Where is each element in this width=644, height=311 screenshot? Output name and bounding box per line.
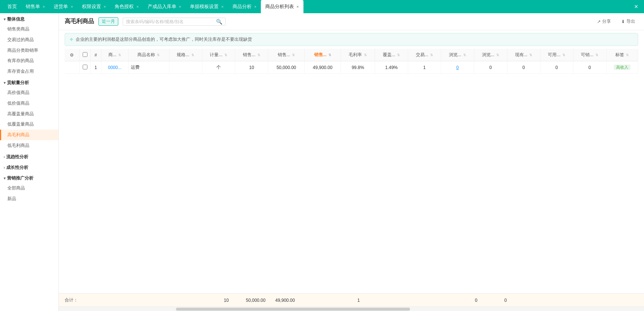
content-area: 高毛利商品 近一月 🔍 ↗ 分享 ⬇ 导出 ✧ 企业的主要的利润都是这部分商品创… xyxy=(59,13,644,311)
cell-checkbox xyxy=(79,61,90,74)
info-icon: ✧ xyxy=(69,37,73,42)
sidebar-section-trend[interactable]: › 流趋性分析 xyxy=(0,151,58,162)
cell-code[interactable]: 0000... xyxy=(101,61,128,74)
cell-unit: 个 xyxy=(202,61,235,74)
col-num: # xyxy=(90,49,101,61)
sidebar-toggle[interactable]: « xyxy=(58,155,59,170)
sort-tag: ⇅ xyxy=(626,53,629,57)
footer-sales-qty: 10 xyxy=(212,298,241,303)
sidebar-item-low-margin[interactable]: 低毛利商品 xyxy=(0,140,58,151)
select-all-checkbox[interactable] xyxy=(83,52,87,57)
page-title: 高毛利商品 xyxy=(65,18,94,25)
sidebar-item-all-goods[interactable]: 全部商品 xyxy=(0,183,58,194)
col-current[interactable]: 现有... ⇅ xyxy=(507,49,540,61)
sort-gross-rate: ⇅ xyxy=(364,53,367,57)
nav-template-settings[interactable]: 单据模板设置 × xyxy=(186,0,228,13)
sidebar-item-category-rate[interactable]: 商品分类助销率 xyxy=(0,45,58,56)
col-name[interactable]: 商品名称 ⇅ xyxy=(128,49,169,61)
cell-gross-rate: 99.8% xyxy=(341,61,375,74)
col-checkbox xyxy=(79,49,90,61)
close-permissions[interactable]: × xyxy=(104,0,106,13)
horizontal-scrollbar[interactable] xyxy=(59,307,644,311)
col-spec[interactable]: 规格... ⇅ xyxy=(169,49,202,61)
cell-browse1[interactable]: 0 xyxy=(441,61,474,74)
search-input[interactable] xyxy=(126,19,215,24)
sidebar-item-stock-capital[interactable]: 库存资金占用 xyxy=(0,66,58,77)
nav-product-analysis-list[interactable]: 商品分析列表 × xyxy=(261,0,303,13)
footer-columns: 10 50,000.00 49,900.00 1 0 0 xyxy=(109,298,638,303)
cell-sales-cost: 49,900.00 xyxy=(305,61,341,74)
nav-sales-order[interactable]: 销售单 × xyxy=(21,0,49,13)
sort-coverage: ⇅ xyxy=(397,53,400,57)
cell-available: 0 xyxy=(540,61,573,74)
nav-product-inbound[interactable]: 产成品入库单 × xyxy=(143,0,186,13)
section-arrow-marketing: ▾ xyxy=(4,176,6,180)
close-roles[interactable]: × xyxy=(136,0,138,13)
col-trans[interactable]: 交易... ⇅ xyxy=(408,49,441,61)
col-gross-rate[interactable]: 毛利率 ⇅ xyxy=(341,49,375,61)
nav-home[interactable]: 首页 xyxy=(3,0,21,13)
sidebar-section-marketing[interactable]: ▾ 营销推广分析 xyxy=(0,172,58,183)
share-icon: ↗ xyxy=(597,19,601,24)
footer-current: 0 xyxy=(461,298,491,303)
col-coverage[interactable]: 覆盖... ⇅ xyxy=(375,49,408,61)
sidebar-item-new-goods[interactable]: 新品 xyxy=(0,194,58,204)
footer-available: 0 xyxy=(491,298,520,303)
close-sales-order[interactable]: × xyxy=(43,0,45,13)
sidebar-section-overview[interactable]: ▾ 整体信息 xyxy=(0,13,58,24)
sort-browse2: ⇅ xyxy=(496,53,499,57)
nav-roles[interactable]: 角色授权 × xyxy=(110,0,143,13)
sidebar-item-low-coverage[interactable]: 低覆盖量商品 xyxy=(0,119,58,130)
sidebar-item-traded-goods[interactable]: 交易过的商品 xyxy=(0,35,58,45)
window-close-button[interactable]: × xyxy=(631,3,641,11)
row-checkbox[interactable] xyxy=(83,65,87,69)
nav-purchase-order[interactable]: 进货单 × xyxy=(49,0,77,13)
main-layout: « ▾ 整体信息 销售类商品 交易过的商品 商品分类助销率 有库存的商品 库存资… xyxy=(0,13,644,311)
footer-sales-amt: 50,000.00 xyxy=(241,298,270,303)
col-unit[interactable]: 计量... ⇅ xyxy=(202,49,235,61)
cell-name[interactable]: 运费 xyxy=(128,61,169,74)
cell-spec xyxy=(169,61,202,74)
sidebar-item-low-value[interactable]: 低价值商品 xyxy=(0,98,58,109)
col-sales-amt[interactable]: 销售... ⇅ xyxy=(268,49,305,61)
close-purchase-order[interactable]: × xyxy=(71,0,73,13)
total-label: 合计： xyxy=(65,297,109,303)
sidebar-section-contribution[interactable]: ▾ 贡献量分析 xyxy=(0,77,58,87)
close-product-analysis-list[interactable]: × xyxy=(296,0,299,13)
nav-permissions[interactable]: 权限设置 × xyxy=(78,0,110,13)
export-button[interactable]: ⬇ 导出 xyxy=(618,17,638,26)
footer-sales-cost: 49,900.00 xyxy=(270,298,300,303)
data-table: ⚙ # 商... ⇅ 商品名称 ⇅ xyxy=(65,49,638,74)
col-settings[interactable]: ⚙ xyxy=(65,49,79,61)
sidebar-item-high-coverage[interactable]: 高覆盖量商品 xyxy=(0,109,58,119)
col-sales-cost[interactable]: 销售... ⇅ xyxy=(305,49,341,61)
close-product-analysis[interactable]: × xyxy=(254,0,256,13)
close-product-inbound[interactable]: × xyxy=(179,0,181,13)
header-actions: ↗ 分享 ⬇ 导出 xyxy=(594,17,638,26)
col-sellable[interactable]: 可销... ⇅ xyxy=(573,49,606,61)
search-container: 🔍 xyxy=(123,18,226,26)
sidebar-item-high-margin[interactable]: 高毛利商品 xyxy=(0,130,58,140)
sort-sales-amt: ⇅ xyxy=(292,53,295,57)
col-code[interactable]: 商... ⇅ xyxy=(101,49,128,61)
sidebar-section-growth[interactable]: › 成长性分析 xyxy=(0,162,58,172)
col-available[interactable]: 可用... ⇅ xyxy=(540,49,573,61)
filter-recent-month[interactable]: 近一月 xyxy=(98,17,118,26)
sidebar-item-stocked-goods[interactable]: 有库存的商品 xyxy=(0,55,58,66)
close-template-settings[interactable]: × xyxy=(221,0,223,13)
nav-product-analysis[interactable]: 商品分析 × xyxy=(228,0,261,13)
section-arrow-growth: › xyxy=(4,166,5,170)
sidebar-item-high-value[interactable]: 高价值商品 xyxy=(0,87,58,98)
share-button[interactable]: ↗ 分享 xyxy=(594,17,614,26)
settings-icon[interactable]: ⚙ xyxy=(70,53,74,58)
search-icon[interactable]: 🔍 xyxy=(216,19,222,25)
col-sales-qty[interactable]: 销售... ⇅ xyxy=(235,49,268,61)
sidebar-item-sales-goods[interactable]: 销售类商品 xyxy=(0,24,58,35)
scrollbar-thumb[interactable] xyxy=(176,308,410,311)
sort-current: ⇅ xyxy=(529,53,532,57)
sort-sellable: ⇅ xyxy=(596,53,598,57)
col-browse2[interactable]: 浏览... ⇅ xyxy=(474,49,507,61)
table-container[interactable]: ⚙ # 商... ⇅ 商品名称 ⇅ xyxy=(59,49,644,293)
col-tag[interactable]: 标签 ⇅ xyxy=(606,49,638,61)
col-browse1[interactable]: 浏览... ⇅ xyxy=(441,49,474,61)
